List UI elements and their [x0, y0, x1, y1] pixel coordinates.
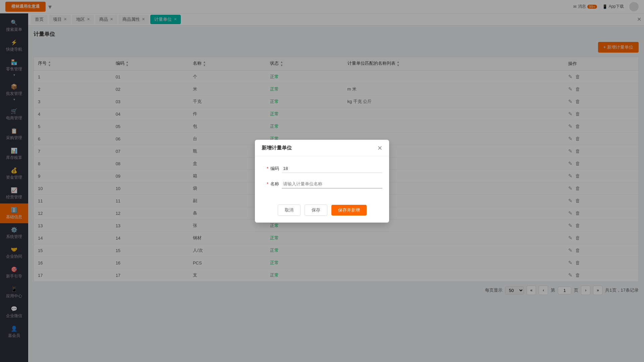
save-button[interactable]: 保存 — [305, 204, 327, 216]
form-row-name: * 名称 — [262, 180, 382, 188]
modal-close-btn[interactable]: ✕ — [377, 144, 382, 152]
code-label: * 编码 — [262, 166, 279, 172]
code-input[interactable] — [282, 164, 382, 173]
form-row-code: * 编码 — [262, 164, 382, 173]
cancel-button[interactable]: 取消 — [278, 204, 301, 216]
add-unit-modal: 新增计量单位 ✕ * 编码 * 名称 取消 保存 保存并新增 — [255, 140, 389, 223]
name-required-star: * — [267, 181, 268, 186]
modal-title: 新增计量单位 — [262, 145, 292, 151]
code-required-star: * — [267, 166, 268, 171]
save-and-new-button[interactable]: 保存并新增 — [331, 205, 367, 216]
modal-overlay: 新增计量单位 ✕ * 编码 * 名称 取消 保存 保存并新增 — [0, 0, 644, 362]
name-label-text: 名称 — [270, 181, 279, 186]
code-label-text: 编码 — [270, 166, 279, 171]
name-input[interactable] — [282, 180, 382, 188]
modal-body: * 编码 * 名称 — [255, 156, 389, 200]
modal-footer: 取消 保存 保存并新增 — [255, 200, 389, 223]
modal-header: 新增计量单位 ✕ — [255, 140, 389, 156]
name-label: * 名称 — [262, 181, 279, 187]
